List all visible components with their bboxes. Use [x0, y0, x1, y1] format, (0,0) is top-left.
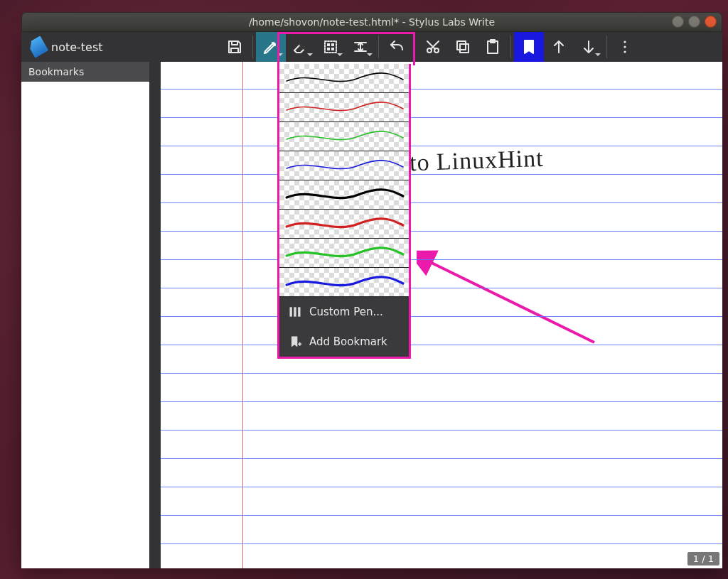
ruled-line: [161, 117, 722, 118]
next-page-button[interactable]: [574, 32, 604, 62]
window-maximize-button[interactable]: [688, 16, 700, 28]
add-bookmark-menu-item[interactable]: Add Bookmark: [279, 327, 409, 357]
ruled-line: [161, 202, 722, 203]
ruled-line: [161, 316, 722, 317]
paste-icon: [484, 38, 501, 55]
ruled-line: [161, 174, 722, 175]
toolbar-separator: [378, 36, 379, 58]
svg-rect-7: [460, 44, 469, 53]
custom-pen-menu-item[interactable]: Custom Pen...: [279, 297, 409, 327]
page-counter: 1 / 1: [687, 552, 719, 566]
svg-rect-8: [457, 41, 466, 50]
custom-pen-label: Custom Pen...: [309, 305, 383, 318]
window-minimize-button[interactable]: [672, 16, 684, 28]
window-title: /home/shovon/note-test.html* - Stylus La…: [249, 16, 495, 28]
ruled-line: [161, 401, 722, 402]
pen-tool-button[interactable]: [256, 32, 286, 62]
pen-icon: [262, 38, 279, 55]
ruled-line: [161, 543, 722, 544]
svg-rect-2: [331, 43, 334, 46]
arrow-down-icon: [580, 38, 597, 55]
ruled-line: [161, 515, 722, 516]
handwriting-text: to LinuxHint: [409, 145, 544, 177]
insert-space-icon: [352, 38, 369, 55]
add-bookmark-label: Add Bookmark: [309, 335, 387, 348]
pen-swatch-5[interactable]: [279, 210, 409, 239]
ruled-line: [161, 146, 722, 146]
prev-page-button[interactable]: [544, 32, 574, 62]
arrow-up-icon: [550, 38, 567, 55]
canvas-area[interactable]: // placeholder — ruled lines generated b…: [149, 62, 722, 568]
pen-swatch-7[interactable]: [279, 268, 409, 297]
eraser-icon: [292, 38, 309, 55]
ruled-line: [161, 288, 722, 288]
undo-icon: [388, 38, 405, 55]
annotation-arrow: [417, 250, 601, 350]
undo-button[interactable]: [382, 32, 412, 62]
insert-space-tool-button[interactable]: [346, 32, 375, 62]
svg-rect-15: [290, 307, 292, 316]
pen-swatch-6[interactable]: [279, 239, 409, 268]
svg-rect-4: [331, 48, 334, 50]
window-close-button[interactable]: [705, 16, 717, 28]
pen-swatch-4[interactable]: [279, 180, 409, 210]
svg-point-11: [623, 40, 626, 43]
svg-rect-16: [294, 307, 296, 316]
document-tab-label: note-test: [51, 40, 103, 54]
bookmark-add-icon: [288, 335, 302, 349]
save-button[interactable]: [220, 32, 250, 62]
svg-point-12: [623, 45, 626, 48]
page[interactable]: // placeholder — ruled lines generated b…: [161, 62, 722, 568]
eraser-tool-button[interactable]: [286, 32, 316, 62]
ruled-line: [161, 487, 722, 487]
sidebar-header-label: Bookmarks: [28, 66, 84, 77]
paste-button[interactable]: [478, 32, 508, 62]
select-icon: [322, 38, 339, 55]
ruled-line: [161, 259, 722, 260]
ruled-line: [161, 89, 722, 90]
ruled-line: [161, 231, 722, 232]
toolbar-separator: [414, 36, 415, 58]
copy-button[interactable]: [448, 32, 478, 62]
pen-swatch-3[interactable]: [279, 151, 409, 180]
svg-rect-1: [327, 43, 330, 46]
copy-icon: [454, 38, 471, 55]
svg-point-13: [623, 50, 626, 53]
bookmark-button[interactable]: [514, 32, 544, 62]
bookmark-icon: [520, 38, 537, 55]
ruled-line: [161, 430, 722, 431]
ruled-line: [161, 345, 722, 345]
cut-button[interactable]: [418, 32, 448, 62]
overflow-menu-button[interactable]: [610, 32, 640, 62]
sidebar-header: Bookmarks: [21, 62, 149, 82]
svg-line-14: [427, 261, 594, 342]
select-tool-button[interactable]: [316, 32, 346, 62]
pen-style-dropdown: Custom Pen... Add Bookmark: [277, 64, 411, 359]
svg-rect-3: [327, 48, 330, 50]
document-tab[interactable]: note-test: [24, 32, 113, 62]
pen-swatch-2[interactable]: [279, 122, 409, 151]
pen-swatch-0[interactable]: [279, 64, 409, 93]
toolbar: note-test: [21, 32, 722, 62]
toolbar-separator: [510, 36, 511, 58]
svg-rect-17: [298, 307, 300, 316]
document-icon: [26, 36, 48, 58]
cut-icon: [424, 38, 441, 55]
toolbar-separator: [252, 36, 253, 58]
menu-dots-icon: [616, 38, 633, 55]
pens-icon: [288, 305, 302, 319]
ruled-line: [161, 373, 722, 374]
toolbar-separator: [606, 36, 607, 58]
save-icon: [226, 38, 243, 55]
window-titlebar: /home/shovon/note-test.html* - Stylus La…: [21, 12, 722, 32]
bookmarks-sidebar: Bookmarks: [21, 62, 149, 568]
svg-rect-0: [325, 41, 336, 53]
pen-swatch-1[interactable]: [279, 93, 409, 122]
bookmarks-list[interactable]: [21, 82, 149, 568]
application-window: note-test: [21, 32, 722, 568]
ruled-line: [161, 458, 722, 459]
